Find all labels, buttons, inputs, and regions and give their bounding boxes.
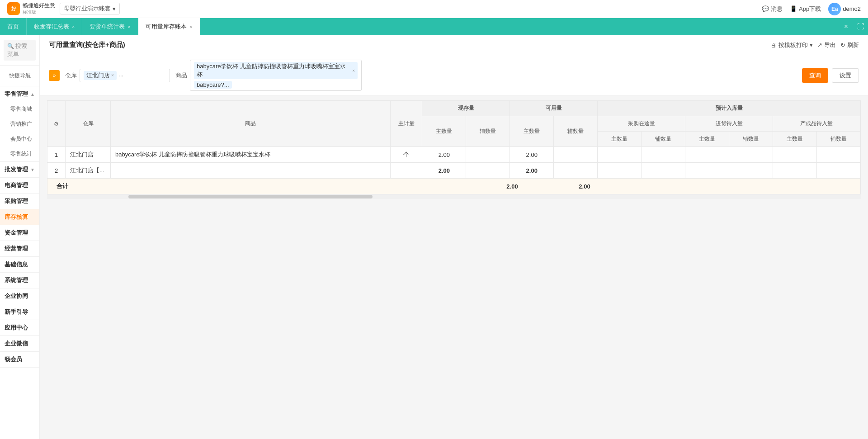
- sidebar-section-operation-label: 经营管理: [5, 245, 28, 253]
- sidebar-search-btn[interactable]: 🔍 搜索菜单: [4, 40, 36, 61]
- row-1-inc-aux: [729, 147, 773, 163]
- tab-home-label: 首页: [7, 23, 19, 31]
- tab-receive-send-close[interactable]: ×: [72, 24, 75, 29]
- sidebar-section-newbie-label: 新手引导: [5, 308, 28, 316]
- row-2-current-aux: [466, 163, 510, 179]
- sidebar-section-purchase-label: 采购管理: [5, 197, 28, 205]
- sidebar-section-vip-label: 畅会员: [5, 355, 22, 363]
- warehouse-dots: ···: [118, 72, 124, 79]
- product-input-box[interactable]: babycare学饮杯 儿童防摔防撞吸管杯重力球吸嘴杯宝宝水杯 × babyca…: [190, 60, 362, 91]
- warehouse-label: 仓库: [65, 71, 77, 80]
- sidebar-section-enterprise-label: 企业协同: [5, 292, 28, 300]
- unit-header: 主计量: [391, 101, 422, 147]
- tab-available-stock[interactable]: 可用量库存账本 ×: [138, 18, 200, 35]
- pt-main-header: 主数量: [598, 132, 642, 147]
- industry-select[interactable]: 母婴行业演示账套 ▾: [60, 3, 120, 14]
- sidebar-section-ecommerce-header[interactable]: 电商管理: [0, 178, 39, 193]
- export-btn[interactable]: ↗ 导出: [817, 41, 836, 49]
- tab-order-stat[interactable]: 要货单统计表 ×: [82, 18, 138, 35]
- message-btn[interactable]: 💬 消息: [762, 5, 783, 13]
- row-1-warehouse: 江北门店: [66, 147, 111, 163]
- sidebar-section-inventory-header[interactable]: 库存核算: [0, 209, 39, 225]
- user-area[interactable]: Ea demo2: [828, 3, 861, 15]
- sidebar-section-retail-header[interactable]: 零售管理 ▲: [0, 86, 39, 102]
- app-download-btn[interactable]: 📱 App下载: [790, 5, 821, 13]
- sidebar-item-quick-nav[interactable]: 快捷导航: [0, 68, 39, 83]
- sidebar-item-marketing[interactable]: 营销推广: [0, 117, 39, 132]
- sidebar-section-weixin-header[interactable]: 企业微信: [0, 336, 39, 351]
- top-bar: 好 畅捷通好生意 标准版 母婴行业演示账套 ▾ 💬 消息 📱 App下载 Ea …: [0, 0, 868, 18]
- sidebar-section-system: 系统管理: [0, 273, 39, 288]
- message-icon: 💬: [762, 5, 769, 12]
- filter-actions: 查询 设置: [802, 68, 859, 83]
- app-download-label: App下载: [799, 5, 821, 13]
- nav-expand-btn[interactable]: ⛶: [854, 18, 868, 35]
- tab-available-stock-close[interactable]: ×: [189, 24, 192, 29]
- sidebar-section-system-label: 系统管理: [5, 276, 28, 284]
- settings-btn[interactable]: 设置: [832, 68, 859, 83]
- scrollbar-thumb[interactable]: [128, 195, 373, 198]
- nav-close-all-btn[interactable]: ×: [839, 18, 854, 35]
- sidebar-section-operation: 经营管理: [0, 241, 39, 257]
- sidebar-section-inventory: 库存核算: [0, 209, 39, 225]
- sidebar-section-enterprise-header[interactable]: 企业协同: [0, 288, 39, 304]
- message-label: 消息: [771, 5, 783, 13]
- logo-text-area: 畅捷通好生意 标准版: [23, 2, 55, 15]
- product-tag-1[interactable]: babycare学饮杯 儿童防摔防撞吸管杯重力球吸嘴杯宝宝水杯 ×: [194, 62, 358, 79]
- chevron-down-icon-print: ▾: [810, 42, 813, 48]
- available-aux-header: 辅数量: [554, 116, 598, 147]
- production-header: 产成品待入量: [773, 116, 860, 132]
- username-label: demo2: [843, 5, 861, 12]
- tab-available-stock-label: 可用量库存账本: [146, 23, 187, 31]
- footer-available-main: 2.00: [566, 183, 603, 190]
- sidebar-section-app-center-label: 应用中心: [5, 324, 28, 332]
- sidebar-section-purchase-header[interactable]: 采购管理: [0, 194, 39, 209]
- row-1-current-main: 2.00: [422, 147, 466, 163]
- current-stock-header: 现存量: [422, 101, 510, 116]
- sidebar-section-inventory-label: 库存核算: [5, 213, 28, 221]
- print-template-btn[interactable]: 🖨 按模板打印 ▾: [771, 41, 813, 49]
- sidebar-section-wholesale-label: 批发管理: [5, 165, 28, 174]
- sidebar-section-system-header[interactable]: 系统管理: [0, 273, 39, 288]
- tab-home[interactable]: 首页: [0, 18, 27, 35]
- sidebar-section-newbie-header[interactable]: 新手引导: [0, 304, 39, 320]
- logo-icon: 好: [7, 2, 20, 15]
- table-footer: 合计 2.00 2.00: [47, 179, 861, 194]
- sidebar-section-finance-header[interactable]: 资金管理: [0, 225, 39, 241]
- sidebar-section-purchase: 采购管理: [0, 194, 39, 209]
- sidebar-search: 🔍 搜索菜单: [0, 35, 39, 66]
- page-header-actions: 🖨 按模板打印 ▾ ↗ 导出 ↻ 刷新: [771, 41, 859, 55]
- query-btn[interactable]: 查询: [802, 68, 828, 83]
- tab-receive-send[interactable]: 收发存汇总表 ×: [27, 18, 82, 35]
- sidebar-section-vip-header[interactable]: 畅会员: [0, 352, 39, 367]
- product-tag-2[interactable]: babycare?...: [194, 81, 232, 89]
- warehouse-tag-1-close[interactable]: ×: [111, 73, 114, 78]
- warehouse-tag-1[interactable]: 江北门店 ×: [84, 71, 117, 80]
- printer-icon: 🖨: [771, 42, 777, 48]
- filter-expand-btn[interactable]: »: [49, 70, 60, 81]
- row-2-available-aux: [554, 163, 598, 179]
- download-icon: 📱: [790, 5, 797, 12]
- sidebar-item-retail-mall[interactable]: 零售商城: [0, 102, 39, 117]
- refresh-btn[interactable]: ↻ 刷新: [840, 41, 859, 49]
- warehouse-header: 仓库: [66, 101, 111, 147]
- row-1-unit: 个: [391, 147, 422, 163]
- row-2-current-main: 2.00: [422, 163, 466, 179]
- sidebar-item-retail-stat[interactable]: 零售统计: [0, 146, 39, 161]
- product-tag-1-close[interactable]: ×: [352, 68, 355, 73]
- horizontal-scrollbar[interactable]: [47, 194, 861, 199]
- gear-header[interactable]: ⚙: [47, 101, 66, 147]
- sidebar-section-basic-info-header[interactable]: 基础信息: [0, 257, 39, 272]
- sidebar-section-app-center-header[interactable]: 应用中心: [0, 320, 39, 335]
- warehouse-input-box[interactable]: 江北门店 × ···: [80, 69, 170, 82]
- sidebar-section-wholesale-header[interactable]: 批发管理 ▼: [0, 162, 39, 177]
- sidebar-item-member-center[interactable]: 会员中心: [0, 132, 39, 146]
- main-layout: 🔍 搜索菜单 快捷导航 零售管理 ▲ 零售商城 营销推广 会员中心 零售统计 批…: [0, 35, 868, 439]
- sidebar-section-operation-header[interactable]: 经营管理: [0, 241, 39, 256]
- data-table: ⚙ 仓库 商品 主计量 现存量 可用量 预计入库量 主数量 辅数量 主数量 辅数…: [47, 100, 861, 179]
- row-1-pt-aux: [642, 147, 685, 163]
- sidebar-section-ecommerce: 电商管理: [0, 178, 39, 194]
- top-bar-right: 💬 消息 📱 App下载 Ea demo2: [762, 3, 861, 15]
- sidebar-section-weixin: 企业微信: [0, 336, 39, 352]
- tab-order-stat-close[interactable]: ×: [127, 24, 130, 29]
